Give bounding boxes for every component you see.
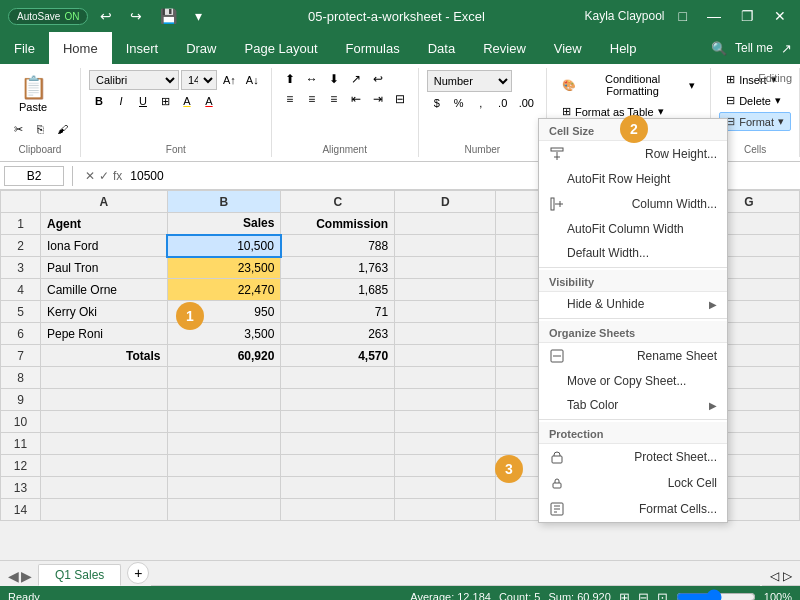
tab-review[interactable]: Review: [469, 32, 540, 64]
cell-d8[interactable]: [395, 367, 496, 389]
copy-button[interactable]: ⎘: [30, 120, 50, 138]
cell-b9[interactable]: [167, 389, 281, 411]
increase-font-button[interactable]: A↑: [219, 71, 240, 89]
cell-c6[interactable]: 263: [281, 323, 395, 345]
decrease-font-button[interactable]: A↓: [242, 71, 263, 89]
tab-page-layout[interactable]: Page Layout: [231, 32, 332, 64]
tab-home[interactable]: Home: [49, 32, 112, 64]
insert-function-icon[interactable]: fx: [113, 169, 122, 183]
new-sheet-button[interactable]: +: [127, 562, 149, 584]
cell-c1[interactable]: Commission: [281, 213, 395, 235]
cell-b10[interactable]: [167, 411, 281, 433]
ribbon-display-button[interactable]: □: [673, 6, 693, 26]
conditional-formatting-button[interactable]: 🎨 Conditional Formatting ▾: [555, 70, 702, 100]
cell-d12[interactable]: [395, 455, 496, 477]
cell-a1[interactable]: Agent: [41, 213, 168, 235]
redo-button[interactable]: ↪: [124, 6, 148, 26]
tab-help[interactable]: Help: [596, 32, 651, 64]
normal-view-button[interactable]: ⊞: [619, 590, 630, 601]
cell-reference-input[interactable]: [4, 166, 64, 186]
cell-d6[interactable]: [395, 323, 496, 345]
cell-b1[interactable]: Sales: [167, 213, 281, 235]
tab-file[interactable]: File: [0, 32, 49, 64]
cell-d3[interactable]: [395, 257, 496, 279]
cancel-formula-icon[interactable]: ✕: [85, 169, 95, 183]
cell-a11[interactable]: [41, 433, 168, 455]
protect-sheet-item[interactable]: Protect Sheet...: [539, 444, 727, 470]
cell-b8[interactable]: [167, 367, 281, 389]
format-painter-button[interactable]: 🖌: [52, 120, 72, 138]
cell-d14[interactable]: [395, 499, 496, 521]
minimize-button[interactable]: —: [701, 6, 727, 26]
paste-button[interactable]: 📋 Paste: [8, 70, 58, 118]
tab-data[interactable]: Data: [414, 32, 469, 64]
cell-b3[interactable]: 23,500: [167, 257, 281, 279]
cell-b14[interactable]: [167, 499, 281, 521]
cell-c4[interactable]: 1,685: [281, 279, 395, 301]
quick-save-button[interactable]: 💾: [154, 6, 183, 26]
cell-c10[interactable]: [281, 411, 395, 433]
cell-c13[interactable]: [281, 477, 395, 499]
rename-sheet-item[interactable]: Rename Sheet: [539, 343, 727, 369]
percent-button[interactable]: %: [449, 94, 469, 112]
row-height-item[interactable]: Row Height...: [539, 141, 727, 167]
zoom-slider[interactable]: [676, 589, 756, 600]
cell-c11[interactable]: [281, 433, 395, 455]
sheet-nav-left[interactable]: ◀: [8, 568, 19, 584]
col-header-c[interactable]: C: [281, 191, 395, 213]
cell-d2[interactable]: [395, 235, 496, 257]
lock-cell-item[interactable]: Lock Cell: [539, 470, 727, 496]
hide-unhide-item[interactable]: Hide & Unhide ▶: [539, 292, 727, 316]
col-header-d[interactable]: D: [395, 191, 496, 213]
font-name-select[interactable]: Calibri: [89, 70, 179, 90]
col-header-a[interactable]: A: [41, 191, 168, 213]
move-copy-item[interactable]: Move or Copy Sheet...: [539, 369, 727, 393]
share-button[interactable]: ↗: [781, 41, 792, 56]
autosave-toggle[interactable]: AutoSave ON: [8, 8, 88, 25]
merge-center-button[interactable]: ⊟: [390, 90, 410, 108]
tab-view[interactable]: View: [540, 32, 596, 64]
cell-b13[interactable]: [167, 477, 281, 499]
cell-a9[interactable]: [41, 389, 168, 411]
cell-a8[interactable]: [41, 367, 168, 389]
cell-c14[interactable]: [281, 499, 395, 521]
confirm-formula-icon[interactable]: ✓: [99, 169, 109, 183]
customize-qat-button[interactable]: ▾: [189, 6, 208, 26]
comma-button[interactable]: ,: [471, 94, 491, 112]
cell-a13[interactable]: [41, 477, 168, 499]
tab-color-item[interactable]: Tab Color ▶: [539, 393, 727, 417]
cell-a5[interactable]: Kerry Oki: [41, 301, 168, 323]
cell-d11[interactable]: [395, 433, 496, 455]
col-header-b[interactable]: B: [167, 191, 281, 213]
align-bottom-button[interactable]: ⬇: [324, 70, 344, 88]
format-button[interactable]: ⊟ Format ▾: [719, 112, 791, 131]
cell-a6[interactable]: Pepe Roni: [41, 323, 168, 345]
cell-d9[interactable]: [395, 389, 496, 411]
cell-a4[interactable]: Camille Orne: [41, 279, 168, 301]
cell-a7[interactable]: Totals: [41, 345, 168, 367]
cell-d1[interactable]: [395, 213, 496, 235]
default-width-item[interactable]: Default Width...: [539, 241, 727, 265]
cell-c7[interactable]: 4,570: [281, 345, 395, 367]
cell-c5[interactable]: 71: [281, 301, 395, 323]
cell-b11[interactable]: [167, 433, 281, 455]
sheet-scroll-left[interactable]: ◁: [770, 569, 779, 583]
decrease-indent-button[interactable]: ⇤: [346, 90, 366, 108]
increase-decimal-button[interactable]: .00: [515, 94, 538, 112]
restore-button[interactable]: ❐: [735, 6, 760, 26]
fill-color-button[interactable]: A: [177, 92, 197, 110]
cell-a3[interactable]: Paul Tron: [41, 257, 168, 279]
cell-c8[interactable]: [281, 367, 395, 389]
align-middle-button[interactable]: ↔: [302, 70, 322, 88]
column-width-item[interactable]: Column Width...: [539, 191, 727, 217]
cell-d4[interactable]: [395, 279, 496, 301]
cell-d10[interactable]: [395, 411, 496, 433]
sheet-scroll-right[interactable]: ▷: [783, 569, 792, 583]
sheet-nav-right[interactable]: ▶: [21, 568, 32, 584]
format-cells-item[interactable]: Format Cells...: [539, 496, 727, 522]
border-button[interactable]: ⊞: [155, 92, 175, 110]
sheet-tab-q1sales[interactable]: Q1 Sales: [38, 564, 121, 586]
cell-a2[interactable]: Iona Ford: [41, 235, 168, 257]
tab-formulas[interactable]: Formulas: [332, 32, 414, 64]
font-size-select[interactable]: 14: [181, 70, 217, 90]
